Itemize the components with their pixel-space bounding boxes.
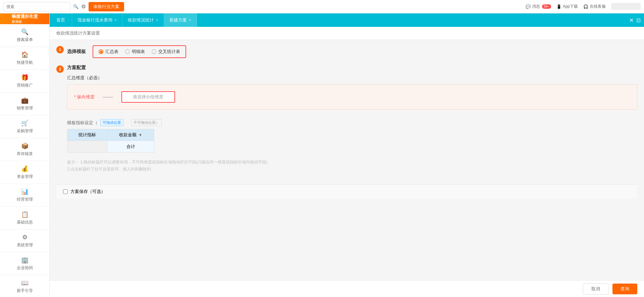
metrics-header: 模板指标设定（ 可拖动位置 不可拖动位置） xyxy=(67,119,637,126)
radio-cross-dot xyxy=(152,49,156,54)
sidebar-item-sales-label: 销售管理 xyxy=(17,105,33,111)
download-btn[interactable]: 📱 App下载 xyxy=(556,4,578,9)
col-row-cell: 合计 xyxy=(107,141,154,152)
step2-content: 方案配置 汇总维度（必选） * 纵向维度 —— 请选择分组维度 xyxy=(67,65,637,178)
step2-section: 2 方案配置 汇总维度（必选） * 纵向维度 —— 请选择分组维度 xyxy=(56,65,637,178)
tab-collection[interactable]: 收款情况统计 × xyxy=(122,13,164,27)
top-bar: 🔍 ⚙ 体验行业方案 💬 消息 99+ 📱 App下载 🎧 在线客服 xyxy=(0,0,644,13)
stats-label-col: 统计指标 xyxy=(67,129,107,153)
sidebar-item-sales[interactable]: 💼 销售管理 xyxy=(0,93,49,115)
query-button[interactable]: 查询 xyxy=(612,284,637,294)
radio-cross[interactable]: 交叉统计表 xyxy=(152,49,180,55)
guide-icon: 📖 xyxy=(21,279,29,287)
marketing-icon: 🎁 xyxy=(21,74,29,81)
tab-home[interactable]: 首页 xyxy=(50,13,72,27)
step2-label: 方案配置 xyxy=(67,65,637,71)
stats-label-header: 统计指标 xyxy=(67,129,107,141)
dimension-area: * 纵向维度 —— 请选择分组维度 xyxy=(67,84,637,110)
tab-cashflow[interactable]: 现金银行流水查询 × xyxy=(72,13,122,27)
dimension-arrow: —— xyxy=(103,94,113,100)
message-label: 消息 xyxy=(532,4,540,9)
stats-value-col: 收款金额 ▼ 合计 xyxy=(107,129,154,153)
dimension-title: 汇总维度（必选） xyxy=(67,75,637,81)
tab-bar-actions: ✕ ⊡ xyxy=(629,17,644,23)
search-icon: 🔍 xyxy=(73,4,78,9)
sidebar-item-finance-label: 资金管理 xyxy=(17,174,33,180)
page-header: 收款情况统计方案设置 xyxy=(50,27,644,40)
sidebar-item-inventory[interactable]: 📦 库存核算 xyxy=(0,138,49,161)
tab-collection-close[interactable]: × xyxy=(156,18,158,22)
sidebar-item-nav[interactable]: 🏠 快捷导航 xyxy=(0,47,49,70)
save-section: 方案保存（可选） xyxy=(56,184,637,199)
operations-icon: 📊 xyxy=(21,188,29,195)
radio-cross-label: 交叉统计表 xyxy=(158,49,180,55)
content-body: 1 选择模板 汇总表 明细表 xyxy=(50,40,644,204)
finance-icon: 💰 xyxy=(21,165,29,172)
tab-maximize-btn[interactable]: ⊡ xyxy=(636,17,641,23)
system-icon: ⚙ xyxy=(22,234,28,241)
main-layout: 畅捷通好生意 标准版 🔍 搜索菜单 🏠 快捷导航 🎁 营销推广 💼 销售管理 🛒… xyxy=(0,13,644,297)
sidebar-item-operations[interactable]: 📊 经营管理 xyxy=(0,184,49,207)
stats-row-label xyxy=(67,141,107,152)
sidebar-item-basics[interactable]: 📋 基础信息 xyxy=(0,207,49,230)
search-menu-icon: 🔍 xyxy=(21,28,29,36)
radio-detail-label: 明细表 xyxy=(132,49,145,55)
template-options: 汇总表 明细表 交叉统计表 xyxy=(93,45,186,58)
sidebar: 畅捷通好生意 标准版 🔍 搜索菜单 🏠 快捷导航 🎁 营销推广 💼 销售管理 🛒… xyxy=(0,13,50,297)
industry-btn[interactable]: 体验行业方案 xyxy=(89,2,124,11)
tab-home-label: 首页 xyxy=(56,17,65,23)
sidebar-item-nav-label: 快捷导航 xyxy=(17,60,33,65)
sidebar-item-basics-label: 基础信息 xyxy=(17,219,33,225)
step1-content: 选择模板 汇总表 明细表 xyxy=(67,45,186,58)
sidebar-item-collab-label: 企业协同 xyxy=(17,265,33,271)
draggable-badge: 可拖动位置 xyxy=(100,119,123,126)
cancel-button[interactable]: 取消 xyxy=(583,283,608,295)
message-btn[interactable]: 💬 消息 99+ xyxy=(526,4,551,9)
search-input[interactable] xyxy=(3,2,70,11)
non-draggable-badge: 不可拖动位置） xyxy=(131,119,162,126)
radio-detail[interactable]: 明细表 xyxy=(125,49,145,55)
sidebar-item-purchase-label: 采购管理 xyxy=(17,128,33,134)
radio-summary-dot xyxy=(99,49,103,54)
logo-sub: 标准版 xyxy=(12,19,38,24)
tab-cashflow-close[interactable]: × xyxy=(114,18,117,22)
tip-line1: 提示： 1.拖动标题栏可以调整布局，不可跨维度或指标区域拖动栏目字段(只能在同一… xyxy=(67,159,637,165)
support-label: 在线客服 xyxy=(590,4,606,9)
col-header[interactable]: 收款金额 ▼ xyxy=(107,129,154,141)
download-label: App下载 xyxy=(563,4,578,9)
top-bar-actions: 💬 消息 99+ 📱 App下载 🎧 在线客服 xyxy=(526,3,641,10)
sidebar-item-marketing[interactable]: 🎁 营销推广 xyxy=(0,70,49,93)
sidebar-item-finance[interactable]: 💰 资金管理 xyxy=(0,161,49,184)
tips-section: 提示： 1.拖动标题栏可以调整布局，不可跨维度或指标区域拖动栏目字段(只能在同一… xyxy=(67,159,637,172)
metrics-section: 模板指标设定（ 可拖动位置 不可拖动位置） 统计指标 xyxy=(67,115,637,178)
sidebar-item-purchase[interactable]: 🛒 采购管理 xyxy=(0,115,49,138)
breadcrumb: 收款情况统计方案设置 xyxy=(56,31,100,36)
bottom-bar: 取消 查询 xyxy=(50,280,644,297)
tab-new-plan-close[interactable]: × xyxy=(189,18,191,22)
support-btn[interactable]: 🎧 在线客服 xyxy=(583,4,606,9)
inventory-icon: 📦 xyxy=(21,142,29,150)
tab-bar: 首页 现金银行流水查询 × 收款情况统计 × 新建方案 × ✕ ⊡ xyxy=(50,13,644,27)
sidebar-item-operations-label: 经营管理 xyxy=(17,197,33,202)
radio-detail-dot xyxy=(125,49,130,54)
sidebar-item-search[interactable]: 🔍 搜索菜单 xyxy=(0,24,49,47)
sidebar-item-guide[interactable]: 📖 新手引导 xyxy=(0,275,49,297)
dimension-select[interactable]: 请选择分组维度 xyxy=(121,91,175,103)
tab-new-plan-label: 新建方案 xyxy=(169,17,187,23)
gear-icon[interactable]: ⚙ xyxy=(81,3,86,10)
radio-summary[interactable]: 汇总表 xyxy=(99,49,118,55)
logo-text: 畅捷通好生意 xyxy=(12,13,38,19)
main-content: 收款情况统计方案设置 1 选择模板 汇总表 xyxy=(50,27,644,280)
tab-close-btn[interactable]: ✕ xyxy=(629,17,634,23)
dropdown-icon: ▼ xyxy=(139,133,142,137)
sidebar-item-system[interactable]: ⚙ 系统管理 xyxy=(0,230,49,252)
sidebar-item-collab[interactable]: 🏢 企业协同 xyxy=(0,252,49,275)
purchase-icon: 🛒 xyxy=(21,119,29,127)
col-header-label: 收款金额 xyxy=(119,132,137,138)
step1-section: 1 选择模板 汇总表 明细表 xyxy=(56,45,637,58)
tab-new-plan[interactable]: 新建方案 × xyxy=(164,13,197,27)
stats-table-container: 统计指标 收款金额 ▼ 合计 xyxy=(67,129,637,153)
tab-cashflow-label: 现金银行流水查询 xyxy=(77,17,112,23)
save-checkbox[interactable] xyxy=(63,189,68,194)
vertical-label: * 纵向维度 xyxy=(74,94,95,100)
